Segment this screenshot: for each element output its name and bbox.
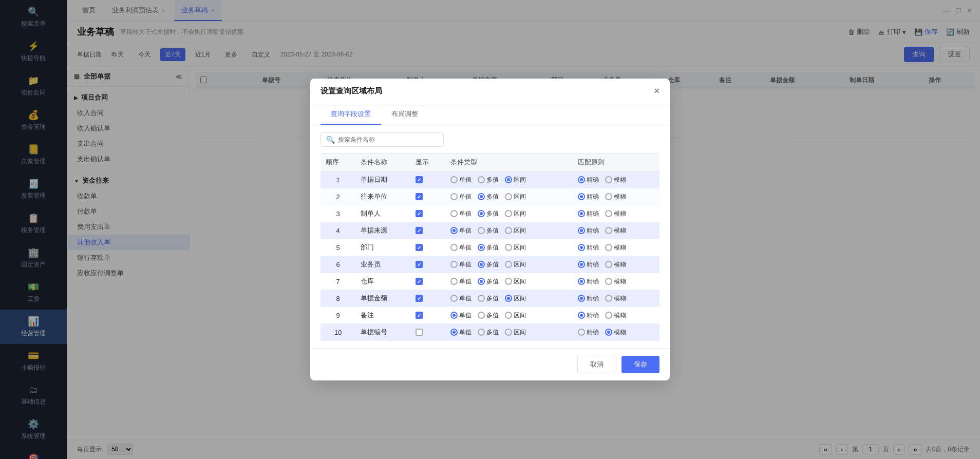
table-row-type[interactable]: 单值多值区间: [445, 205, 573, 222]
match-radio-option[interactable]: 精确: [578, 277, 599, 286]
table-row-match[interactable]: 精确模糊: [573, 307, 659, 324]
display-checkbox[interactable]: ✓: [416, 278, 423, 285]
type-radio-option[interactable]: 多值: [478, 277, 499, 286]
match-radio-option[interactable]: 精确: [578, 176, 599, 184]
table-row-type[interactable]: 单值多值区间: [445, 307, 573, 324]
match-radio-option[interactable]: 精确: [578, 193, 599, 201]
display-checkbox[interactable]: ✓: [416, 227, 423, 234]
type-radio-option[interactable]: 多值: [478, 260, 499, 269]
match-radio-option[interactable]: 精确: [578, 328, 599, 337]
display-checkbox[interactable]: ✓: [416, 210, 423, 217]
type-radio-option[interactable]: 单值: [450, 328, 472, 337]
display-checkbox[interactable]: ✓: [416, 193, 423, 200]
display-checkbox[interactable]: [416, 329, 423, 336]
type-radio-option[interactable]: 区间: [505, 294, 526, 303]
match-radio-option[interactable]: 精确: [578, 209, 599, 218]
type-radio-option[interactable]: 多值: [478, 243, 499, 252]
type-radio-option[interactable]: 单值: [450, 226, 472, 235]
match-radio-option[interactable]: 模糊: [605, 209, 626, 218]
match-radio-option[interactable]: 模糊: [605, 176, 626, 184]
table-row-display[interactable]: ✓: [410, 171, 445, 188]
display-checkbox[interactable]: ✓: [416, 312, 423, 319]
match-radio-option[interactable]: 模糊: [605, 260, 626, 269]
type-radio-option[interactable]: 区间: [505, 193, 526, 201]
table-row-match[interactable]: 精确模糊: [573, 239, 659, 256]
table-row-display[interactable]: [410, 324, 445, 341]
table-row-display[interactable]: ✓: [410, 256, 445, 273]
display-checkbox[interactable]: ✓: [416, 244, 423, 251]
table-row-match[interactable]: 精确模糊: [573, 290, 659, 307]
table-row-display[interactable]: ✓: [410, 205, 445, 222]
save-dialog-button[interactable]: 保存: [621, 356, 659, 373]
cancel-button[interactable]: 取消: [577, 356, 616, 373]
match-radio-option[interactable]: 模糊: [605, 328, 626, 337]
table-row-display[interactable]: ✓: [410, 188, 445, 205]
type-radio-option[interactable]: 多值: [478, 193, 499, 201]
type-radio-option[interactable]: 多值: [478, 176, 499, 184]
type-radio-option[interactable]: 区间: [505, 209, 526, 218]
type-radio-option[interactable]: 单值: [450, 311, 472, 320]
display-checkbox[interactable]: ✓: [416, 261, 423, 268]
type-radio-option[interactable]: 多值: [478, 311, 499, 320]
table-row-display[interactable]: ✓: [410, 290, 445, 307]
match-radio-option[interactable]: 模糊: [605, 294, 626, 303]
table-row-type[interactable]: 单值多值区间: [445, 222, 573, 239]
match-radio-option[interactable]: 精确: [578, 260, 599, 269]
table-row-display[interactable]: ✓: [410, 273, 445, 290]
match-radio-option[interactable]: 模糊: [605, 226, 626, 235]
display-checkbox[interactable]: ✓: [416, 176, 423, 183]
table-row-display[interactable]: ✓: [410, 222, 445, 239]
type-radio-option[interactable]: 区间: [505, 328, 526, 337]
type-radio-option[interactable]: 区间: [505, 277, 526, 286]
type-radio-option[interactable]: 区间: [505, 311, 526, 320]
table-row-type[interactable]: 单值多值区间: [445, 188, 573, 205]
type-radio-option[interactable]: 单值: [450, 176, 472, 184]
match-radio-option[interactable]: 模糊: [605, 243, 626, 252]
dialog-tab-layout[interactable]: 布局调整: [381, 104, 428, 125]
match-radio-option[interactable]: 模糊: [605, 193, 626, 201]
type-radio-option[interactable]: 单值: [450, 193, 472, 201]
match-radio-option[interactable]: 精确: [578, 243, 599, 252]
type-radio-option[interactable]: 多值: [478, 294, 499, 303]
type-radio-option[interactable]: 多值: [478, 209, 499, 218]
table-row-type[interactable]: 单值多值区间: [445, 273, 573, 290]
table-row-display[interactable]: ✓: [410, 307, 445, 324]
radio-circle: [578, 210, 585, 217]
dialog-close-button[interactable]: ×: [654, 86, 659, 97]
type-radio-option[interactable]: 单值: [450, 277, 472, 286]
table-row-match[interactable]: 精确模糊: [573, 188, 659, 205]
table-row-match[interactable]: 精确模糊: [573, 222, 659, 239]
type-radio-option[interactable]: 单值: [450, 294, 472, 303]
match-radio-option[interactable]: 模糊: [605, 277, 626, 286]
table-row-type[interactable]: 单值多值区间: [445, 171, 573, 188]
table-row-type[interactable]: 单值多值区间: [445, 324, 573, 341]
table-row-type[interactable]: 单值多值区间: [445, 239, 573, 256]
type-radio-option[interactable]: 区间: [505, 176, 526, 184]
table-row-type[interactable]: 单值多值区间: [445, 256, 573, 273]
table-row-seq: 2: [321, 188, 355, 205]
table-row-display[interactable]: ✓: [410, 239, 445, 256]
type-radio-option[interactable]: 区间: [505, 243, 526, 252]
type-radio-option[interactable]: 单值: [450, 260, 472, 269]
type-radio-option[interactable]: 单值: [450, 209, 472, 218]
match-radio-option[interactable]: 精确: [578, 226, 599, 235]
type-radio-option[interactable]: 多值: [478, 328, 499, 337]
type-radio-option[interactable]: 区间: [505, 260, 526, 269]
dialog-tab-fields[interactable]: 查询字段设置: [321, 104, 381, 125]
table-row-match[interactable]: 精确模糊: [573, 171, 659, 188]
type-radio-option[interactable]: 单值: [450, 243, 472, 252]
table-row-type[interactable]: 单值多值区间: [445, 290, 573, 307]
match-radio-option[interactable]: 精确: [578, 311, 599, 320]
table-row-match[interactable]: 精确模糊: [573, 205, 659, 222]
table-row-match[interactable]: 精确模糊: [573, 273, 659, 290]
field-search-input[interactable]: [338, 136, 438, 143]
match-radio-option[interactable]: 精确: [578, 294, 599, 303]
type-radio-option[interactable]: 区间: [505, 226, 526, 235]
match-radio-option[interactable]: 模糊: [605, 311, 626, 320]
radio-circle: [450, 295, 458, 302]
table-row-match[interactable]: 精确模糊: [573, 324, 659, 341]
dialog-footer: 取消 保存: [310, 348, 670, 380]
type-radio-option[interactable]: 多值: [478, 226, 499, 235]
table-row-match[interactable]: 精确模糊: [573, 256, 659, 273]
display-checkbox[interactable]: ✓: [416, 295, 423, 302]
